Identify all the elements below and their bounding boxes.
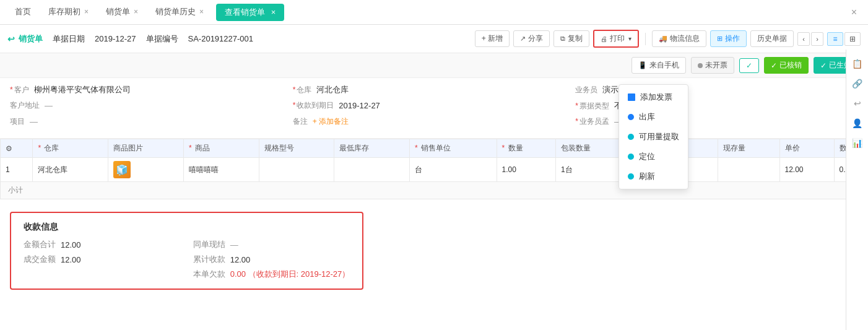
sidebar-icon-user[interactable]: 👤 (848, 114, 867, 132)
gear-icon: ⚙ (6, 144, 12, 153)
circle-icon (698, 63, 703, 68)
product-table: ⚙ * 仓库 商品图片 * 商品 规格型号 最低库存 * 销售单位 * 数量 包… (0, 139, 868, 199)
warehouse-value: 河北仓库 (316, 84, 349, 95)
project-cell: 项目 — (10, 116, 293, 127)
list-view-button[interactable]: ≡ (827, 32, 843, 46)
cell-quantity: 1.00 (497, 158, 556, 182)
dropdown-locate[interactable]: 定位 (619, 147, 688, 167)
main-content: ↩ 销货单 单据日期 2019-12-27 单据编号 SA-20191227-0… (0, 25, 868, 330)
refresh-icon (628, 173, 634, 180)
done-icon: ✓ (771, 61, 777, 70)
cell-min-stock (334, 158, 410, 182)
available-pickup-icon (628, 134, 634, 140)
print-icon: 🖨 (601, 35, 607, 43)
cell-unit: 台 (410, 158, 497, 182)
col-gear: ⚙ (1, 139, 33, 158)
doc-meta: 单据日期 2019-12-27 单据编号 SA-20191227-001 (53, 33, 253, 45)
table-row: 1 河北仓库 🧊 嘻嘻嘻嘻 台 1.00 1台 12.00 0. (1, 158, 868, 182)
employee-cell: 业务员 演示账号 (575, 84, 858, 95)
doc-type-label: ↩ 销货单 (7, 33, 43, 45)
payment-cumulative-value: 12.00 (230, 255, 251, 264)
tab-sales-order-close[interactable]: × (134, 7, 138, 16)
logistics-icon: 🚚 (659, 35, 667, 43)
dropdown-available-pickup[interactable]: 可用量提取 (619, 127, 688, 147)
date-value: 2019-12-27 (95, 34, 136, 43)
sidebar-icon-link[interactable]: 🔗 (848, 74, 867, 93)
payment-title: 收款信息 (24, 222, 350, 233)
locate-icon (628, 154, 634, 160)
next-record-button[interactable]: › (811, 32, 823, 46)
dropdown-add-invoice[interactable]: 添加发票 (619, 87, 688, 107)
check-icon: ✓ (746, 61, 752, 70)
payment-section: 收款信息 金额合计 12.00 同单现结 — 成交金额 12.00 累计收款 1… (0, 199, 868, 297)
due-note: （收款到期日: 2019-12-27） (248, 269, 350, 279)
col-product: * 商品 (183, 139, 259, 158)
done-button[interactable]: ✓ 已核销 (764, 57, 809, 74)
number-value: SA-20191227-001 (188, 34, 254, 43)
grid-view-button[interactable]: ⊞ (844, 32, 861, 46)
date-label: 单据日期 (53, 33, 85, 45)
col-quantity: * 数量 (497, 139, 556, 158)
table-header-row: ⚙ * 仓库 商品图片 * 商品 规格型号 最低库存 * 销售单位 * 数量 包… (1, 139, 868, 158)
tab-view-sales[interactable]: 查看销货单 × (216, 4, 284, 21)
info-row-2: 客户地址 — *收款到期日 2019-12-27 *票据类型 不开票 (10, 100, 858, 111)
new-button[interactable]: + 新增 (475, 30, 510, 47)
cell-product: 嘻嘻嘻嘻 (183, 158, 259, 182)
payment-total: 金额合计 12.00 (24, 239, 181, 250)
view-toggle: ≡ ⊞ (827, 32, 861, 46)
warehouse-cell: *仓库 河北仓库 (293, 84, 576, 95)
due-date-cell: *收款到期日 2019-12-27 (293, 100, 576, 111)
col-warehouse: * 仓库 (33, 139, 108, 158)
cell-warehouse: 河北仓库 (33, 158, 108, 182)
customer-cell: *客户 柳州粤港平安气体有限公司 (10, 84, 293, 95)
tab-home[interactable]: 首页 (6, 0, 40, 25)
cell-index: 1 (1, 158, 33, 182)
prev-record-button[interactable]: ‹ (797, 32, 810, 46)
tab-inventory-init-close[interactable]: × (84, 7, 89, 16)
action-status-row: 📱 来自手机 未开票 ✓ ✓ 已核销 ✓ 已生效 (0, 53, 868, 78)
invoice-icon (628, 93, 635, 101)
tab-view-sales-close[interactable]: × (271, 7, 276, 17)
sidebar-icon-clipboard[interactable]: 📋 (848, 54, 867, 73)
doc-title-area: ↩ 销货单 单据日期 2019-12-27 单据编号 SA-20191227-0… (7, 33, 469, 45)
address-value: — (45, 101, 53, 110)
right-sidebar: 📋 🔗 ↩ 👤 📊 ⤢ (846, 50, 868, 330)
operation-dropdown: 添加发票 出库 可用量提取 定位 刷新 (618, 84, 688, 189)
col-min-stock: 最低库存 (334, 139, 410, 158)
customer-value: 柳州粤港平安气体有限公司 (34, 84, 131, 95)
logistics-button[interactable]: 🚚 物流信息 (652, 30, 706, 47)
subtotal-label: 小计 (1, 182, 868, 199)
dropdown-refresh[interactable]: 刷新 (619, 167, 688, 186)
operation-icon: ⊞ (717, 35, 723, 43)
doc-info: *客户 柳州粤港平安气体有限公司 *仓库 河北仓库 业务员 演示账号 客户地址 … (0, 78, 868, 139)
subtotal-row: 小计 (1, 182, 868, 199)
global-close-button[interactable]: × (846, 7, 862, 18)
number-label: 单据编号 (146, 33, 178, 45)
not-opened-button[interactable]: 未开票 (691, 57, 734, 74)
project-value: — (30, 117, 38, 126)
info-row-3: 项目 — 备注 + 添加备注 *业务员孟 — (10, 116, 858, 127)
sidebar-icon-return[interactable]: ↩ (848, 94, 867, 113)
from-phone-button[interactable]: 📱 来自手机 (631, 57, 686, 74)
product-thumbnail: 🧊 (113, 161, 131, 178)
history-button[interactable]: 历史单据 (750, 30, 794, 47)
payment-transaction-value: 12.00 (61, 255, 81, 264)
sidebar-icon-chart[interactable]: 📊 (848, 134, 867, 152)
tab-inventory-init[interactable]: 库存期初 × (40, 0, 97, 25)
dropdown-outbound[interactable]: 出库 (619, 107, 688, 127)
check-icon-btn[interactable]: ✓ (739, 58, 759, 73)
doc-icon: ↩ (7, 34, 15, 44)
ticket-type-cell: *票据类型 不开票 (575, 100, 858, 111)
notes-cell: 备注 + 添加备注 (293, 116, 576, 127)
share-button[interactable]: ↗ 分享 (513, 30, 550, 47)
payment-total-value: 12.00 (61, 240, 81, 250)
copy-icon: ⧉ (560, 35, 565, 43)
copy-button[interactable]: ⧉ 复制 (553, 30, 589, 47)
tab-sales-history-close[interactable]: × (199, 7, 204, 16)
tab-sales-history[interactable]: 销货单历史 × (147, 0, 212, 25)
tab-sales-order[interactable]: 销货单 × (97, 0, 147, 25)
operation-button[interactable]: ⊞ 操作 (710, 30, 747, 47)
col-product-img: 商品图片 (108, 139, 184, 158)
print-button[interactable]: 🖨 打印 ▾ (593, 30, 639, 48)
add-note-button[interactable]: + 添加备注 (313, 116, 349, 127)
